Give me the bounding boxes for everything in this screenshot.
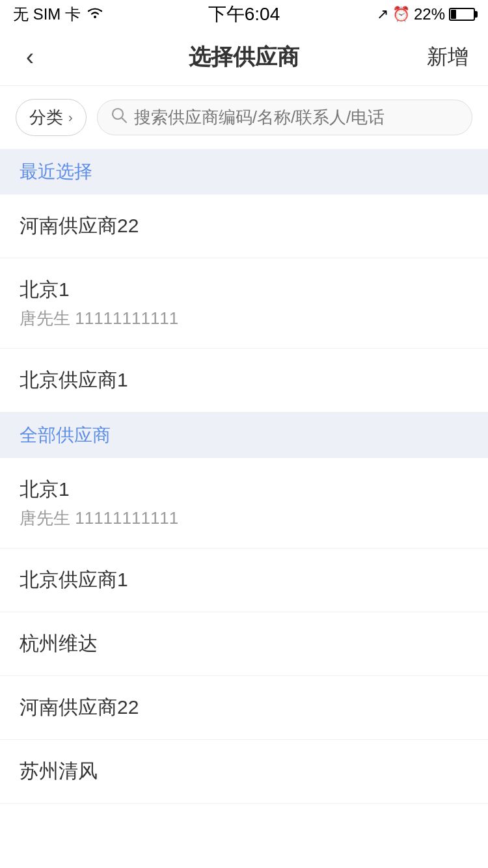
item-contact: 唐先生 11111111111 bbox=[20, 307, 468, 330]
list-item[interactable]: 北京1 唐先生 11111111111 bbox=[0, 458, 488, 549]
alarm-icon: ⏰ bbox=[392, 6, 410, 23]
category-filter-button[interactable]: 分类 › bbox=[16, 99, 87, 136]
wifi-icon bbox=[86, 5, 104, 23]
filter-bar: 分类 › bbox=[0, 86, 488, 149]
item-name: 苏州清风 bbox=[20, 758, 468, 785]
item-name: 北京供应商1 bbox=[20, 367, 468, 394]
list-item[interactable]: 北京1 唐先生 11111111111 bbox=[0, 258, 488, 349]
item-name: 杭州维达 bbox=[20, 631, 468, 657]
list-item[interactable]: 北京供应商1 bbox=[0, 349, 488, 413]
back-button[interactable]: ‹ bbox=[20, 37, 40, 77]
location-icon: ↗ bbox=[377, 6, 388, 23]
item-name: 北京1 bbox=[20, 476, 468, 503]
recent-section-label: 最近选择 bbox=[20, 161, 92, 182]
nav-bar: ‹ 选择供应商 新增 bbox=[0, 29, 488, 86]
status-left: 无 SIM 卡 bbox=[13, 4, 104, 25]
list-item[interactable]: 苏州清风 bbox=[0, 740, 488, 804]
recent-section-header: 最近选择 bbox=[0, 149, 488, 195]
list-item[interactable]: 河南供应商22 bbox=[0, 195, 488, 258]
recent-items-list: 河南供应商22 北京1 唐先生 11111111111 北京供应商1 bbox=[0, 195, 488, 413]
list-item[interactable]: 河南供应商22 bbox=[0, 676, 488, 740]
battery-percent: 22% bbox=[414, 5, 445, 23]
add-button[interactable]: 新增 bbox=[427, 43, 468, 72]
item-name: 河南供应商22 bbox=[20, 213, 468, 239]
all-section-label: 全部供应商 bbox=[20, 425, 111, 445]
svg-line-2 bbox=[122, 118, 126, 122]
chevron-right-icon: › bbox=[68, 110, 73, 125]
category-label: 分类 bbox=[29, 106, 63, 129]
search-box[interactable] bbox=[97, 100, 472, 135]
item-name: 北京1 bbox=[20, 277, 468, 303]
battery-icon bbox=[449, 8, 475, 21]
all-items-list: 北京1 唐先生 11111111111 北京供应商1 杭州维达 河南供应商22 … bbox=[0, 458, 488, 804]
search-input[interactable] bbox=[134, 107, 459, 128]
list-item[interactable]: 杭州维达 bbox=[0, 612, 488, 676]
svg-point-0 bbox=[94, 16, 96, 18]
item-contact: 唐先生 11111111111 bbox=[20, 507, 468, 530]
status-bar: 无 SIM 卡 下午6:04 ↗ ⏰ 22% bbox=[0, 0, 488, 29]
status-time: 下午6:04 bbox=[208, 2, 280, 27]
item-name: 河南供应商22 bbox=[20, 694, 468, 721]
item-name: 北京供应商1 bbox=[20, 567, 468, 593]
page-title: 选择供应商 bbox=[189, 42, 299, 72]
search-icon bbox=[111, 107, 128, 128]
all-section-header: 全部供应商 bbox=[0, 413, 488, 458]
status-right: ↗ ⏰ 22% bbox=[377, 5, 475, 23]
carrier-text: 无 SIM 卡 bbox=[13, 4, 81, 25]
list-item[interactable]: 北京供应商1 bbox=[0, 549, 488, 612]
